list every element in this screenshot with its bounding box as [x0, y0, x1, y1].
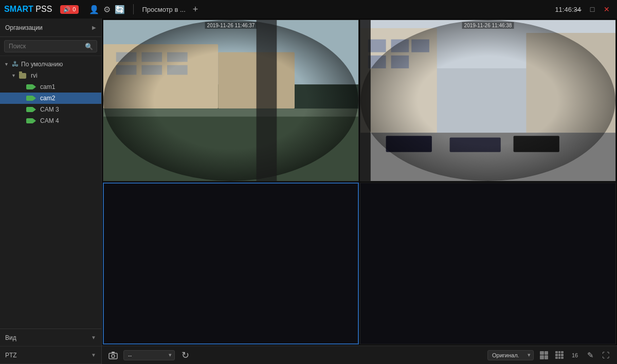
sidebar-bottom: Вид ▼ PTZ ▼	[0, 329, 101, 364]
sidebar-search-area: 🔍	[0, 37, 101, 56]
search-icon: 🔍	[85, 43, 93, 50]
cam-icon-cam3	[26, 107, 33, 112]
cam2-feed	[360, 20, 615, 181]
search-input[interactable]	[4, 40, 97, 52]
cam-icon-cam4	[26, 118, 33, 123]
edit-layout-button[interactable]: ✎	[583, 348, 597, 362]
folder-icon-rvi	[19, 73, 26, 79]
stream-select-wrapper: -- HD SD	[123, 350, 175, 360]
svg-rect-31	[112, 352, 115, 353]
layout-16-button[interactable]: 16	[568, 348, 582, 362]
cam1-timestamp: 2019-11-26 11:46:37	[205, 22, 257, 29]
tree-label-default: По умолчанию	[21, 61, 63, 68]
bottom-toolbar: -- HD SD ↻ Оригинал. Растянуть По размер…	[102, 345, 617, 364]
notification-badge[interactable]: 🔊 0	[60, 5, 79, 14]
tree-item-cam1[interactable]: cam1	[0, 81, 101, 93]
refresh-button[interactable]: ↻	[178, 348, 192, 362]
settings-icon[interactable]: ⚙	[103, 5, 111, 14]
sidebar: Организации ▶ 🔍 ▼ 🖧 По умолчанию ▼ rvi	[0, 19, 102, 364]
content-area: 2019-11-26 11:46:37	[102, 19, 617, 364]
add-tab-button[interactable]: +	[193, 4, 198, 15]
cam-icon-cam1	[26, 84, 33, 89]
quality-select-wrapper: Оригинал. Растянуть По размеру	[487, 350, 534, 360]
svg-point-27	[360, 20, 615, 181]
fullscreen-button[interactable]: ⛶	[598, 348, 613, 362]
camera-grid: 2019-11-26 11:46:37	[102, 19, 617, 345]
tree-item-default[interactable]: ▼ 🖧 По умолчанию	[0, 58, 101, 70]
layout-buttons: 16 ✎ ⛶	[537, 348, 613, 362]
app-name-bold: SMART	[4, 5, 33, 13]
main-layout: Организации ▶ 🔍 ▼ 🖧 По умолчанию ▼ rvi	[0, 19, 617, 364]
expand-icon[interactable]: ▶	[92, 25, 96, 30]
close-button[interactable]: ✕	[601, 3, 613, 15]
tree-item-cam4[interactable]: CAM 4	[0, 115, 101, 126]
svg-rect-18	[368, 40, 386, 52]
camera-cell-4[interactable]	[360, 183, 616, 344]
app-name-light: PSS	[33, 5, 52, 13]
tree-item-rvi[interactable]: ▼ rvi	[0, 70, 101, 81]
snapshot-button[interactable]	[106, 348, 120, 362]
titlebar: SMART PSS 🔊 0 👤 ⚙ 🔄 Просмотр в ... + 11:…	[0, 0, 617, 19]
user-icon[interactable]: 👤	[89, 5, 99, 14]
tree-label-cam2: cam2	[40, 95, 55, 102]
ptz-control[interactable]: PTZ ▼	[0, 347, 101, 364]
speaker-icon: 🔊	[63, 6, 70, 13]
stream-select[interactable]: -- HD SD	[123, 350, 175, 360]
view-control[interactable]: Вид ▼	[0, 329, 101, 347]
svg-rect-29	[109, 353, 117, 359]
ptz-chevron-icon: ▼	[91, 352, 96, 358]
tree-label-rvi: rvi	[31, 72, 38, 79]
arrow-rvi: ▼	[11, 73, 16, 78]
view-chevron-icon: ▼	[91, 335, 96, 340]
svg-rect-28	[360, 20, 371, 181]
tree-label-cam4: CAM 4	[40, 117, 59, 124]
tree-item-cam3[interactable]: CAM 3	[0, 104, 101, 115]
tree-label-cam1: cam1	[40, 83, 55, 90]
tree-label-cam3: CAM 3	[40, 106, 59, 113]
device-tree: ▼ 🖧 По умолчанию ▼ rvi cam1 cam2	[0, 56, 101, 329]
camera-cell-3[interactable]	[103, 183, 359, 344]
cam2-timestamp: 2019-11-26 11:46:38	[462, 22, 514, 29]
window-controls: — □ ✕	[572, 0, 613, 19]
app-logo: SMART PSS	[4, 5, 52, 14]
svg-point-30	[112, 354, 115, 357]
ptz-label: PTZ	[5, 352, 17, 359]
sidebar-header: Организации ▶	[0, 19, 101, 37]
minimize-button[interactable]: —	[572, 3, 584, 15]
svg-rect-13	[257, 20, 277, 181]
quality-select[interactable]: Оригинал. Растянуть По размеру	[487, 350, 534, 360]
view-label: Вид	[5, 334, 16, 341]
arrow-default: ▼	[4, 62, 9, 67]
layout-3x3-button[interactable]	[552, 348, 567, 362]
camera-cell-1[interactable]: 2019-11-26 11:46:37	[103, 20, 359, 181]
cam-icon-cam2	[26, 96, 33, 101]
layout-2x2-button[interactable]	[537, 348, 551, 362]
organizations-label: Организации	[5, 24, 43, 31]
info-icon[interactable]: 🔄	[115, 5, 125, 14]
notification-count: 0	[72, 6, 76, 12]
network-icon: 🖧	[12, 60, 19, 68]
tree-item-cam2[interactable]: cam2	[0, 93, 101, 104]
svg-point-12	[103, 20, 358, 181]
camera-cell-2[interactable]: 2019-11-26 11:46:38	[360, 20, 616, 181]
tab-title: Просмотр в ...	[142, 6, 185, 13]
restore-button[interactable]: □	[586, 3, 598, 15]
cam1-feed	[103, 20, 358, 181]
